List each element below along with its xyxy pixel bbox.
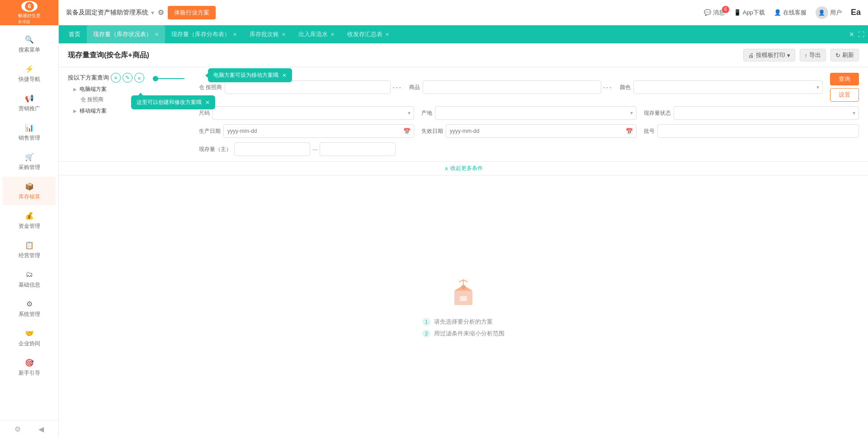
filter-action-btns: 查询 设置 (830, 73, 859, 102)
search-btn[interactable]: 查询 (830, 73, 859, 85)
system-icon: ⚙ (24, 299, 34, 309)
connector-line (155, 78, 184, 79)
tooltip1-close-btn[interactable]: ✕ (282, 72, 287, 79)
tab-inventory-dist[interactable]: 现存量（库存分布表） ✕ (165, 25, 243, 43)
stock-status-select[interactable] (674, 106, 859, 120)
content-header: 现存量查询(按仓库+商品) 🖨 按模板打印 ▾ ↑ 导出 ↻ 刷新 (59, 43, 868, 67)
goods-more-btn[interactable]: ··· (603, 83, 613, 92)
tab-close-inventory-dist[interactable]: ✕ (233, 32, 237, 38)
sales-icon: 📊 (24, 122, 34, 132)
tab-close-all-btn[interactable]: ✕ (849, 31, 854, 38)
filter-row-2: 尺码 产地 现存量状态 (199, 106, 859, 120)
sidebar-item-basic[interactable]: 🗂 基础信息 (3, 265, 56, 293)
svg-point-5 (461, 285, 466, 289)
guide-icon: 🎯 (24, 358, 34, 367)
tab-fullscreen-btn[interactable]: ⛶ (858, 31, 864, 38)
warehouse-input[interactable] (225, 80, 391, 94)
sidebar-item-sales[interactable]: 📊 销售管理 (3, 118, 56, 146)
online-service-action[interactable]: 👤 在线客服 (774, 9, 807, 17)
header-settings-icon[interactable]: ⚙ (158, 8, 164, 17)
purchase-icon: 🛒 (24, 152, 34, 162)
produce-date-input[interactable] (223, 124, 414, 138)
tooltip-2: 这里可以创建和修改方案哦 ✕ (131, 95, 215, 109)
sidebar-bottom: ⚙ ◀ (0, 420, 58, 438)
sidebar-item-enterprise[interactable]: 🤝 企业协同 (3, 324, 56, 352)
pc-arrow: ▶ (73, 87, 77, 92)
service-icon: 👤 (774, 9, 781, 16)
refresh-icon: ↻ (835, 52, 840, 59)
tab-in-out-flow[interactable]: 出入库流水 ✕ (292, 25, 341, 43)
messages-action[interactable]: 💬 6 消息 (704, 9, 725, 17)
sidebar-item-system[interactable]: ⚙ 系统管理 (3, 294, 56, 323)
sidebar-item-quick-nav[interactable]: ⚡ 快捷导航 (3, 59, 56, 88)
sidebar-item-operation[interactable]: 📋 经营管理 (3, 235, 56, 264)
enterprise-icon: 🤝 (24, 328, 34, 338)
dropdown-icon: ▾ (151, 9, 154, 16)
tab-close-batch-ledger[interactable]: ✕ (282, 32, 286, 38)
expire-date-input[interactable] (446, 124, 637, 138)
sidebar: 6 畅通好生意 标准版 🔍 搜索菜单 ⚡ 快捷导航 📢 营销推广 📊 销售管理 … (0, 0, 59, 438)
sidebar-item-marketing[interactable]: 📢 营销推广 (3, 89, 56, 117)
user-action[interactable]: 👤 用户 (816, 6, 842, 19)
tab-close-in-out-flow[interactable]: ✕ (330, 32, 335, 38)
sidebar-item-finance[interactable]: 💰 资金管理 (3, 206, 56, 235)
tab-inventory-status[interactable]: 现存量（库存状况表） ✕ (87, 25, 165, 43)
tooltip2-close-btn[interactable]: ✕ (205, 99, 210, 106)
field-stock-range: 现存量（主） — (199, 142, 396, 156)
content-area: 现存量查询(按仓库+商品) 🖨 按模板打印 ▾ ↑ 导出 ↻ 刷新 (59, 43, 868, 438)
add-scheme-btn[interactable]: + (111, 73, 121, 83)
sidebar-item-purchase[interactable]: 🛒 采购管理 (3, 147, 56, 176)
industry-btn[interactable]: 体验行业方案 (168, 6, 216, 19)
stock-min-input[interactable] (234, 142, 310, 156)
tab-batch-ledger[interactable]: 库存批次账 ✕ (243, 25, 292, 43)
header-left: 装备及固定资产辅助管理系统 ▾ ⚙ 体验行业方案 (66, 6, 216, 19)
filter-top-row: 按以下方案查询 + ✎ « ▶ 电脑端方案 (68, 73, 859, 156)
origin-select[interactable] (435, 106, 637, 120)
ea-label: Ea (851, 8, 861, 17)
tab-bar-end: ✕ ⛶ (849, 31, 864, 38)
svg-text:6: 6 (28, 3, 31, 9)
basic-icon: 🗂 (24, 269, 34, 279)
field-expire-date: 失效日期 📅 (421, 124, 637, 138)
sidebar-item-inventory[interactable]: 📦 库存核算 (3, 177, 56, 205)
filter-row-3: 生产日期 📅 失效日期 📅 (199, 124, 859, 138)
color-select[interactable] (633, 80, 823, 94)
batch-input[interactable] (657, 124, 859, 138)
sidebar-item-guide[interactable]: 🎯 新手引导 (3, 353, 56, 381)
sidebar-item-search[interactable]: 🔍 搜索菜单 (3, 30, 56, 58)
reset-btn[interactable]: 设置 (830, 88, 859, 102)
template-print-btn[interactable]: 🖨 按模板打印 ▾ (743, 49, 795, 61)
filter-scheme-header: 按以下方案查询 + ✎ « (68, 73, 195, 83)
goods-input[interactable] (423, 80, 601, 94)
tab-close-inventory-status[interactable]: ✕ (155, 32, 159, 38)
tab-close-collect-summary[interactable]: ✕ (385, 32, 389, 38)
inventory-icon: 📦 (24, 181, 34, 191)
size-select[interactable] (212, 106, 414, 120)
refresh-btn[interactable]: ↻ 刷新 (830, 49, 859, 61)
user-avatar: 👤 (816, 6, 828, 19)
logo-icon: 6 (21, 1, 38, 12)
field-goods: 商品 ··· (409, 80, 612, 94)
tab-collect-summary[interactable]: 收发存汇总表 ✕ (341, 25, 396, 43)
app-download-action[interactable]: 📱 App下载 (734, 9, 765, 17)
pc-scheme-item[interactable]: ▶ 电脑端方案 (71, 85, 199, 94)
field-origin: 产地 (421, 106, 637, 120)
stock-max-input[interactable] (320, 142, 396, 156)
collapse-bar[interactable]: ∧ 收起更多条件 (59, 162, 868, 175)
export-icon: ↑ (805, 52, 808, 59)
finance-icon: 💰 (24, 211, 34, 221)
tip-num-1: 1 (422, 318, 430, 326)
filter-row-4: 现存量（主） — (199, 142, 859, 156)
settings-bottom-btn[interactable]: ⚙ (14, 425, 21, 433)
warehouse-more-btn[interactable]: ··· (392, 83, 402, 92)
system-selector[interactable]: 装备及固定资产辅助管理系统 ▾ (66, 9, 154, 17)
tab-home[interactable]: 首页 (62, 25, 87, 43)
collapse-sidebar-btn[interactable]: ◀ (38, 425, 44, 433)
back-scheme-btn[interactable]: « (134, 73, 144, 83)
main-content: 装备及固定资产辅助管理系统 ▾ ⚙ 体验行业方案 💬 6 消息 📱 App下载 … (59, 0, 868, 438)
page-title: 现存量查询(按仓库+商品) (68, 51, 149, 66)
printer-icon: 🖨 (748, 52, 754, 59)
export-btn[interactable]: ↑ 导出 (800, 49, 826, 61)
edit-scheme-btn[interactable]: ✎ (123, 73, 132, 83)
filter-fields: 仓 按照商 ··· 商品 (199, 73, 859, 156)
